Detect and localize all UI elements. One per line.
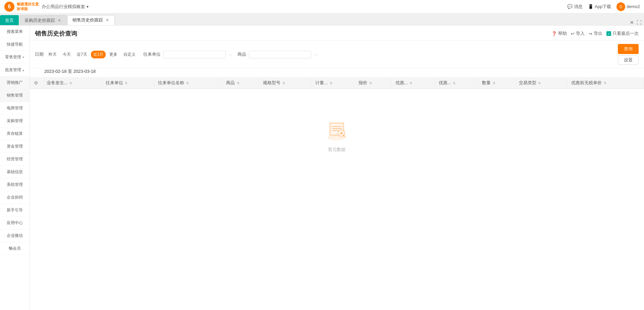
date-range-row: 2023-02-18 至 2023-03-18 (30, 68, 644, 77)
sidebar-item-label: 畅会员 (9, 246, 21, 251)
sidebar-item-vip[interactable]: 畅会员 (0, 242, 29, 255)
sort-icon: ⇅ (237, 81, 239, 85)
sidebar-item-ecommerce[interactable]: 电商管理 (0, 102, 29, 115)
export-button[interactable]: ↪ 导出 (589, 31, 602, 37)
empty-icon (323, 116, 350, 143)
sort-icon: ⇅ (453, 81, 455, 85)
col-partner-name[interactable]: 往来单位名称 ⇅ (154, 77, 222, 89)
col-quote[interactable]: 报价 ⇅ (355, 77, 392, 89)
chevron-down-icon: ▾ (22, 55, 24, 59)
sort-icon: ⇅ (282, 81, 285, 85)
col-quote-label: 报价 (359, 80, 367, 85)
query-button[interactable]: 查询 (618, 44, 639, 54)
sidebar-item-label: 销售管理 (7, 93, 23, 98)
page-header: 销售历史价查询 ❓ 帮助 ↩ 导入 ↪ 导出 ✓ 只看最后一次 (30, 25, 644, 41)
sidebar-item-label: 库存核算 (7, 131, 23, 137)
only-last-checkbox[interactable]: ✓ (606, 31, 611, 36)
col-partner-code[interactable]: 往来单位 ⇅ (102, 77, 154, 89)
help-button[interactable]: ❓ 帮助 (551, 31, 567, 37)
tab-purchase-history[interactable]: 采购历史价跟踪 ✕ (19, 15, 67, 25)
only-last-checkbox-group[interactable]: ✓ 只看最后一次 (606, 31, 639, 37)
col-partner-name-label: 往来单位名称 (158, 80, 184, 85)
date-btn-7days[interactable]: 近7天 (74, 51, 90, 58)
sidebar-item-label: 企业微信 (7, 233, 23, 239)
date-btn-1month[interactable]: 近1月 (91, 51, 106, 58)
tab-sales-history[interactable]: 销售历史价跟踪 ✕ (67, 15, 115, 25)
export-label: 导出 (594, 31, 602, 37)
date-btn-custom[interactable]: 自定义 (121, 51, 138, 58)
import-button[interactable]: ↩ 导入 (571, 31, 585, 37)
col-partner-code-label: 往来单位 (106, 80, 123, 85)
col-gear[interactable]: ⚙ (30, 77, 43, 89)
empty-state: 暂元数据 (30, 89, 644, 179)
download-label: App下载 (595, 4, 611, 10)
sidebar-item-label: 搜索菜单 (7, 29, 23, 35)
avatar: D (616, 2, 625, 11)
col-pretax-price-label: 优惠前无税单价 (571, 80, 602, 85)
message-label: 消息 (574, 4, 583, 10)
partner-filter-group: 往来单位 ··· (143, 51, 232, 58)
col-trade-type[interactable]: 交易类型 ⇅ (515, 77, 568, 89)
sidebar-item-finance[interactable]: 资金管理 (0, 140, 29, 153)
sidebar-item-retail[interactable]: 零售管理 ▾ (0, 51, 29, 64)
sidebar-item-label: 资金管理 (7, 144, 23, 149)
sidebar-item-quick-nav[interactable]: 快捷导航 (0, 38, 29, 51)
sidebar-item-wechat[interactable]: 企业微信 (0, 229, 29, 242)
expand-icon[interactable]: ⛶ (637, 20, 641, 25)
sidebar-item-basic-info[interactable]: 基础信息 (0, 166, 29, 178)
tab-home[interactable]: 首页 (0, 15, 19, 25)
col-product[interactable]: 商品 ⇅ (223, 77, 259, 89)
top-header: 6 畅捷通好生意 标准版 办公用品行业模拟账套 ▾ 💬 消息 📱 App下载 D… (0, 0, 644, 13)
sidebar-item-search-menu[interactable]: 搜索菜单 (0, 25, 29, 38)
logo-text: 畅捷通好生意 标准版 (17, 2, 39, 11)
app-title: 办公用品行业模拟账套 (42, 4, 85, 10)
sidebar-item-sales-mgmt[interactable]: 销售管理 (0, 89, 29, 102)
settings-button[interactable]: 设置 (618, 55, 639, 65)
svg-text:6: 6 (8, 4, 11, 9)
col-unit[interactable]: 计量... ⇅ (312, 77, 355, 89)
sidebar-item-purchase[interactable]: 采购管理 (0, 115, 29, 127)
col-biz-date-label: 业务发生... (47, 80, 68, 85)
date-btn-yesterday[interactable]: 昨天 (46, 51, 59, 58)
date-btn-more[interactable]: 更多 (107, 51, 120, 58)
page-actions: ❓ 帮助 ↩ 导入 ↪ 导出 ✓ 只看最后一次 (551, 31, 639, 37)
product-input[interactable] (249, 51, 311, 58)
sort-icon: ⇅ (125, 81, 127, 85)
sidebar-item-operations[interactable]: 经营管理 (0, 153, 29, 166)
date-label: 日期 (35, 51, 44, 57)
sidebar-item-wholesale[interactable]: 批发管理 ▴ (0, 64, 29, 76)
user-name: demo2 (627, 4, 640, 9)
sidebar-item-label: 电商管理 (7, 105, 23, 111)
col-biz-date[interactable]: 业务发生... ⇅ (43, 77, 102, 89)
close-all-icon[interactable]: ✕ (630, 20, 634, 25)
col-pretax-price[interactable]: 优惠前无税单价 ⇅ (568, 77, 644, 89)
logo-area: 6 畅捷通好生意 标准版 (4, 1, 39, 12)
tab-sales-history-close[interactable]: ✕ (105, 18, 110, 22)
content-area: 销售历史价查询 ❓ 帮助 ↩ 导入 ↪ 导出 ✓ 只看最后一次 (30, 25, 644, 310)
sidebar-item-inventory[interactable]: 库存核算 (0, 127, 29, 140)
col-discount2[interactable]: 优惠... ⇅ (435, 77, 478, 89)
col-discount1[interactable]: 优惠... ⇅ (392, 77, 435, 89)
partner-input[interactable] (163, 51, 226, 58)
sidebar-item-enterprise[interactable]: 企业协同 (0, 191, 29, 204)
message-icon: 💬 (567, 4, 573, 9)
date-btn-today[interactable]: 今天 (60, 51, 73, 58)
main-layout: 搜索菜单 快捷导航 零售管理 ▾ 批发管理 ▴ 营销推广 销售管理 电商管理 采… (0, 25, 644, 310)
product-label: 商品 (237, 51, 246, 57)
app-download-button[interactable]: 📱 App下载 (588, 4, 611, 10)
gear-icon[interactable]: ⚙ (34, 80, 38, 86)
user-menu[interactable]: D demo2 (616, 2, 640, 11)
col-quantity[interactable]: 数量 ⇅ (479, 77, 515, 89)
sidebar-item-marketing[interactable]: 营销推广 (0, 76, 29, 89)
product-dots[interactable]: ··· (314, 52, 318, 57)
sidebar-item-guide[interactable]: 新手引导 (0, 204, 29, 217)
col-spec[interactable]: 规格型号 ⇅ (259, 77, 312, 89)
tab-purchase-history-close[interactable]: ✕ (57, 18, 62, 23)
app-title-dropdown-icon[interactable]: ▾ (87, 4, 89, 9)
date-range-display: 2023-02-18 至 2023-03-18 (44, 68, 96, 74)
partner-dots[interactable]: ··· (228, 52, 232, 57)
sidebar-item-app-center[interactable]: 应用中心 (0, 217, 29, 229)
sidebar-item-label: 经营管理 (7, 156, 23, 162)
message-button[interactable]: 💬 消息 (567, 4, 583, 10)
sidebar-item-system[interactable]: 系统管理 (0, 178, 29, 191)
